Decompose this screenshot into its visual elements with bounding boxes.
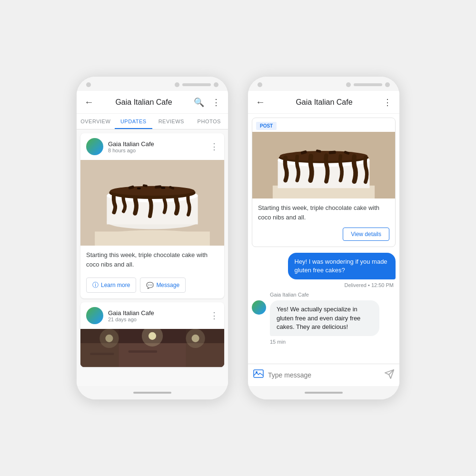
chat-received-1: Yes! We actually specialize in gluten fr…	[252, 300, 396, 336]
svg-rect-13	[137, 188, 141, 189]
send-button[interactable]	[384, 369, 395, 382]
message-button[interactable]: 💬 Message	[140, 278, 186, 293]
top-sensor-2	[385, 82, 390, 87]
back-button-2[interactable]: ←	[256, 97, 265, 108]
phones-container: ← Gaia Italian Cafe 🔍 ⋮ OVERVIEW UPDATES…	[57, 57, 419, 419]
post-meta-1: Gaia Italian Cafe 8 hours ago	[108, 140, 205, 153]
home-bar-1	[133, 392, 171, 394]
svg-point-8	[110, 186, 194, 196]
more-icon-2[interactable]: ⋮	[383, 97, 392, 108]
tab-reviews[interactable]: REVIEWS	[152, 114, 190, 129]
phone-1-content: ← Gaia Italian Cafe 🔍 ⋮ OVERVIEW UPDATES…	[77, 91, 228, 386]
post-name-1: Gaia Italian Cafe	[108, 140, 205, 148]
speaker-bar	[182, 83, 211, 86]
post-more-2[interactable]: ⋮	[210, 310, 218, 321]
post-image-2	[80, 329, 224, 367]
post-time-2: 21 days ago	[108, 317, 205, 322]
more-icon-1[interactable]: ⋮	[212, 97, 220, 108]
post-image-1	[80, 160, 224, 246]
search-icon-1[interactable]: 🔍	[194, 97, 204, 108]
post-header-2: Gaia Italian Cafe 21 days ago ⋮	[80, 302, 224, 329]
bubble-sent-1: Hey! I was wondering if you made gluten …	[288, 253, 396, 279]
post-meta-2: Gaia Italian Cafe 21 days ago	[108, 309, 205, 322]
chat-sent-1: Hey! I was wondering if you made gluten …	[252, 253, 396, 279]
attach-image-icon[interactable]	[253, 368, 264, 382]
header-title-2: Gaia Italian Cafe	[271, 98, 377, 107]
bubble-received-1: Yes! We actually specialize in gluten fr…	[270, 300, 379, 336]
svg-rect-2	[95, 231, 210, 246]
post-actions-1: ⓘ Learn more 💬 Message	[80, 274, 224, 298]
msg-post-text: Starting this week, triple chocolate cak…	[252, 198, 395, 225]
camera-dot-1	[86, 82, 91, 87]
message-input[interactable]	[268, 371, 380, 379]
svg-rect-14	[161, 187, 165, 189]
post-card-1: Gaia Italian Cafe 8 hours ago ⋮	[80, 133, 224, 298]
learn-more-button[interactable]: ⓘ Learn more	[86, 278, 136, 293]
delivered-status: Delivered • 12:50 PM	[254, 282, 394, 288]
msg-header: ← Gaia Italian Cafe ⋮	[248, 91, 399, 114]
phone-1-bottom	[77, 386, 228, 399]
phone-2-bottom	[248, 386, 399, 399]
avatar-1	[86, 138, 103, 155]
svg-rect-26	[186, 329, 224, 367]
tabs-1: OVERVIEW UPDATES REVIEWS PHOTOS	[77, 114, 228, 129]
app-header-1: ← Gaia Italian Cafe 🔍 ⋮	[77, 91, 228, 114]
phone-top-center	[175, 82, 218, 87]
sender-name-label: Gaia Italian Cafe	[270, 292, 396, 298]
post-more-1[interactable]: ⋮	[210, 141, 218, 152]
camera-dot-4	[346, 82, 351, 87]
phone-2-content: ← Gaia Italian Cafe ⋮ POST	[248, 91, 399, 386]
post-name-2: Gaia Italian Cafe	[108, 309, 205, 317]
svg-rect-25	[80, 329, 119, 367]
svg-rect-36	[328, 150, 336, 154]
phone-1-top	[77, 77, 228, 91]
post-time-1: 8 hours ago	[108, 148, 205, 153]
camera-dot-3	[258, 82, 262, 87]
info-icon: ⓘ	[92, 281, 99, 289]
header-icons-1: 🔍 ⋮	[194, 97, 220, 108]
svg-rect-18	[129, 350, 157, 353]
home-bar-2	[305, 392, 343, 394]
speaker-bar-2	[354, 83, 382, 86]
msg-input-bar	[248, 364, 399, 386]
post-card-2: Gaia Italian Cafe 21 days ago ⋮	[80, 302, 224, 367]
post-header-1: Gaia Italian Cafe 8 hours ago ⋮	[80, 133, 224, 160]
bubble-wrap: Yes! We actually specialize in gluten fr…	[270, 300, 379, 336]
message-label: Message	[156, 282, 179, 288]
tab-overview[interactable]: OVERVIEW	[77, 114, 115, 129]
msg-post-image	[252, 132, 395, 198]
msg-feed: POST	[248, 114, 399, 364]
tab-photos[interactable]: PHOTOS	[190, 114, 228, 129]
view-details-button[interactable]: View details	[343, 228, 389, 241]
phone-1: ← Gaia Italian Cafe 🔍 ⋮ OVERVIEW UPDATES…	[76, 76, 228, 400]
msg-post-card: POST	[252, 118, 396, 247]
avatar-small	[252, 300, 266, 315]
phone-2-top-center	[346, 82, 390, 87]
feed-1: Gaia Italian Cafe 8 hours ago ⋮	[77, 129, 228, 386]
tab-updates[interactable]: UPDATES	[115, 114, 153, 129]
svg-rect-11	[155, 185, 162, 188]
phone-2-top	[248, 77, 399, 91]
back-button-1[interactable]: ←	[84, 97, 94, 108]
camera-dot-2	[175, 82, 179, 87]
top-sensor	[214, 82, 218, 87]
avatar-2	[86, 307, 103, 324]
message-icon: 💬	[146, 282, 154, 289]
post-text-1: Starting this week, triple chocolate cak…	[80, 246, 224, 274]
header-title-1: Gaia Italian Cafe	[99, 98, 188, 107]
message-time: 15 min	[270, 339, 396, 345]
post-badge: POST	[256, 122, 277, 130]
learn-more-label: Learn more	[101, 282, 130, 288]
phone-2: ← Gaia Italian Cafe ⋮ POST	[248, 76, 400, 400]
